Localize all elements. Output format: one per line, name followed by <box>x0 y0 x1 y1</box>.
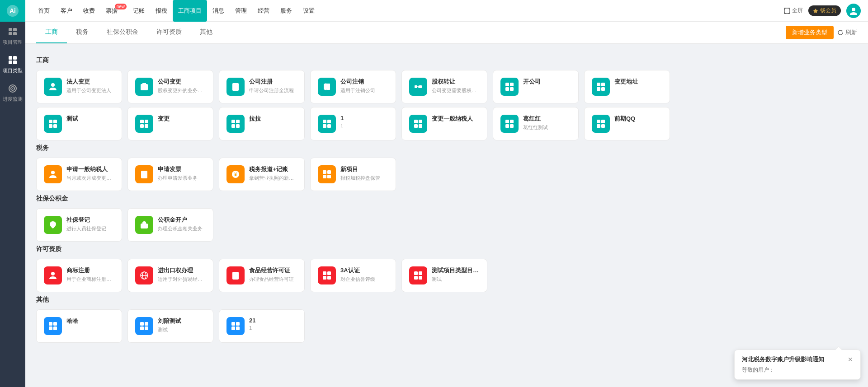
trademark-icon <box>44 266 62 284</box>
svg-rect-39 <box>53 124 57 128</box>
card-desc: 葛红红测试 <box>523 124 571 131</box>
card-new-project[interactable]: 新项目 报税加税控盘保管 <box>310 158 396 191</box>
new-project-icon <box>318 165 336 183</box>
card-desc: 对企业信誉评级 <box>340 276 388 283</box>
nav-operation[interactable]: 经营 <box>252 0 275 22</box>
top-nav-right: 全屏 畅会员 <box>784 4 861 18</box>
card-equity-transfer[interactable]: 股权转让 公司变更需要股权转让 <box>401 70 487 103</box>
tab-tax[interactable]: 税务 <box>67 22 98 43</box>
card-qiqi[interactable]: 前期QQ <box>584 107 670 140</box>
nav-tax[interactable]: 报税 <box>150 0 173 22</box>
svg-rect-83 <box>323 271 326 275</box>
card-apply-taxpayer[interactable]: 申请一般纳税人 当月或次月成变更完成 <box>36 158 122 191</box>
fullscreen-btn[interactable]: 全屏 <box>784 7 803 14</box>
card-desc: 适用于注销公司 <box>340 87 388 94</box>
gehonghong-text: 葛红红 葛红红测试 <box>523 115 571 131</box>
card-title: 21 <box>249 317 297 324</box>
vip-button[interactable]: 畅会员 <box>808 5 841 16</box>
tax-report-icon: ¥ <box>226 165 245 183</box>
nav-tickets[interactable]: 票据 new <box>100 0 127 22</box>
nav-settings[interactable]: 设置 <box>297 0 320 22</box>
card-test-type[interactable]: 测试项目类型目定义 测试 <box>401 259 487 292</box>
card-open-company[interactable]: 开公司 <box>493 70 579 103</box>
card-food-license[interactable]: 食品经营许可证 办理食品经营许可证 <box>219 259 305 292</box>
svg-rect-58 <box>505 124 509 128</box>
card-desc: 办理食品经营许可证 <box>249 276 297 283</box>
card-change-address[interactable]: 变更地址 <box>584 70 670 103</box>
card-3a-cert[interactable]: 3A认证 对企业信誉评级 <box>310 259 396 292</box>
liupei-text: 刘陪测试 测试 <box>158 317 206 333</box>
svg-rect-54 <box>414 124 418 128</box>
svg-rect-42 <box>140 124 144 128</box>
top-nav: 首页 客户 收费 票据 new 记账 报税 工商项目 消息 管理 经营 服务 设… <box>25 0 868 22</box>
avatar[interactable] <box>846 4 861 18</box>
svg-rect-61 <box>601 120 605 123</box>
card-haha[interactable]: 哈哈 <box>36 309 122 343</box>
svg-rect-89 <box>414 276 418 280</box>
tab-biz[interactable]: 工商 <box>36 22 67 43</box>
card-twentyone[interactable]: 21 1 <box>219 309 305 343</box>
sidebar-item-project-type[interactable]: 项目类型 <box>0 50 25 79</box>
card-title: 申请一般纳税人 <box>66 165 114 173</box>
card-company-reg[interactable]: 公司注册 申请公司注册全流程 <box>219 70 305 103</box>
svg-point-64 <box>51 171 55 174</box>
refresh-button[interactable]: 刷新 <box>837 28 857 37</box>
qiqi-text: 前期QQ <box>614 115 662 124</box>
card-title: 进出口权办理 <box>158 266 206 275</box>
card-lala[interactable]: 拉拉 <box>219 107 305 140</box>
lala-text: 拉拉 <box>249 115 297 124</box>
tab-social[interactable]: 社保公积金 <box>98 22 147 43</box>
card-provident-fund[interactable]: 公积金开户 办理公积金相关业务 <box>127 208 213 242</box>
svg-rect-59 <box>510 124 514 128</box>
nav-accounting[interactable]: 记账 <box>127 0 150 22</box>
nav-manage[interactable]: 管理 <box>230 0 252 22</box>
svg-rect-13 <box>784 8 790 14</box>
svg-rect-97 <box>140 326 144 330</box>
notification-close-btn[interactable]: ✕ <box>848 356 853 363</box>
card-trademark[interactable]: 商标注册 用于企业商标注册服务 <box>36 259 122 292</box>
svg-rect-5 <box>13 32 17 35</box>
nav-bizproject[interactable]: 工商项目 <box>173 0 207 22</box>
card-title: 公司变更 <box>158 78 206 86</box>
sidebar-logo[interactable]: Ai <box>0 0 25 22</box>
sidebar-item-project-mgmt[interactable]: 项目管理 <box>0 22 25 50</box>
svg-rect-101 <box>231 326 235 330</box>
svg-rect-4 <box>9 32 12 35</box>
card-tax-report[interactable]: ¥ 税务报道+记账 拿到营业执照的新公司 <box>219 158 305 191</box>
card-test[interactable]: 测试 <box>36 107 122 140</box>
svg-rect-94 <box>53 326 57 330</box>
other-cards: 哈哈 刘陪测试 测试 21 1 <box>36 309 857 343</box>
content-area: 工商 法人变更 适用于公司变更法人 公司变更 股权变更外的业务变更 <box>25 44 868 355</box>
card-change[interactable]: 变更 <box>127 107 213 140</box>
card-apply-invoice[interactable]: 申请发票 办理申请发票业务 <box>127 158 213 191</box>
twentyone-icon <box>226 317 245 335</box>
svg-rect-93 <box>49 326 52 330</box>
card-one[interactable]: 1 1 <box>310 107 396 140</box>
tab-license[interactable]: 许可资质 <box>147 22 191 43</box>
sidebar-item-progress[interactable]: 进度监测 <box>0 79 25 107</box>
nav-client[interactable]: 客户 <box>55 0 78 22</box>
new-type-button[interactable]: 新增业务类型 <box>786 26 834 39</box>
notification-body: 尊敬的用户： <box>742 366 853 374</box>
card-company-cancel[interactable]: 公司注销 适用于注销公司 <box>310 70 396 103</box>
card-company-change[interactable]: 公司变更 股权变更外的业务变更 <box>127 70 213 103</box>
card-gehonghong[interactable]: 葛红红 葛红红测试 <box>493 107 579 140</box>
card-title: 税务报道+记账 <box>249 165 297 173</box>
nav-home[interactable]: 首页 <box>33 0 55 22</box>
card-legal-change[interactable]: 法人变更 适用于公司变更法人 <box>36 70 122 103</box>
nav-billing[interactable]: 收费 <box>78 0 100 22</box>
svg-rect-8 <box>9 61 12 64</box>
card-change-taxpayer[interactable]: 变更一般纳税人 <box>401 107 487 140</box>
license-cards: 商标注册 用于企业商标注册服务 进出口权办理 适用于对外贸易经营者 食品经营 <box>36 259 857 292</box>
svg-rect-24 <box>326 84 330 90</box>
nav-service[interactable]: 服务 <box>275 0 297 22</box>
card-social-reg[interactable]: 社保登记 进行人员社保登记 <box>36 208 122 242</box>
svg-rect-87 <box>414 271 418 275</box>
card-liupei[interactable]: 刘陪测试 测试 <box>127 309 213 343</box>
gehonghong-icon <box>500 115 519 133</box>
tab-other[interactable]: 其他 <box>191 22 222 43</box>
svg-rect-91 <box>49 322 52 326</box>
project-type-icon <box>7 55 18 65</box>
card-import-export[interactable]: 进出口权办理 适用于对外贸易经营者 <box>127 259 213 292</box>
nav-message[interactable]: 消息 <box>207 0 230 22</box>
